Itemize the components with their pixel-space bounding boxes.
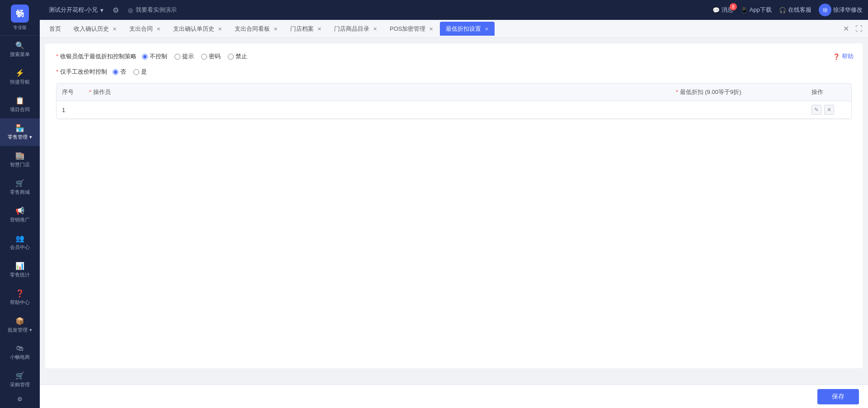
tab-close-8[interactable]: ✕ bbox=[485, 26, 489, 32]
sidebar-item-5[interactable]: 🛒 零售商城 bbox=[0, 174, 40, 201]
cell-operator bbox=[84, 101, 670, 118]
topbar-settings-button[interactable]: ⚙ bbox=[113, 6, 119, 14]
policy-forbid[interactable]: 禁止 bbox=[228, 52, 247, 61]
project-name: 测试分开花程-小兄 bbox=[49, 6, 98, 14]
demo-link[interactable]: ◎ 我要看实例演示 bbox=[128, 6, 177, 14]
policy-no-control-radio[interactable] bbox=[142, 54, 148, 60]
tab-label-1: 收入确认历史 bbox=[74, 25, 109, 33]
policy-remind-radio[interactable] bbox=[175, 54, 180, 60]
edit-row-button[interactable]: ✎ bbox=[811, 105, 821, 115]
cell-min-discount bbox=[670, 101, 806, 118]
sidebar-label-12: 采购管理 bbox=[10, 381, 30, 388]
project-selector[interactable]: 测试分开花程-小兄 ▾ bbox=[45, 4, 107, 16]
download-icon: 📱 bbox=[741, 7, 748, 14]
policy-radio-group: 不控制 提示 密码 禁止 bbox=[142, 52, 247, 61]
sidebar-logo: 畅 专业版 bbox=[0, 0, 40, 36]
sidebar-item-4[interactable]: 🏬 智慧门店 bbox=[0, 146, 40, 174]
policy-password[interactable]: 密码 bbox=[201, 52, 221, 61]
tab-8[interactable]: 最低折扣设置✕ bbox=[440, 22, 495, 36]
sidebar-label-11: 小畅电商 bbox=[10, 354, 30, 361]
manual-yes[interactable]: 是 bbox=[133, 68, 147, 76]
tab-7[interactable]: POS加密管理✕ bbox=[384, 22, 439, 36]
app-download-button[interactable]: 📱 App下载 bbox=[741, 6, 772, 14]
sidebar-item-12[interactable]: 🛒 采购管理 bbox=[0, 366, 40, 390]
user-name: 徐泽华修改 bbox=[833, 6, 863, 14]
sidebar-icon-5: 🛒 bbox=[15, 179, 24, 188]
sidebar-settings-button[interactable]: ⚙ bbox=[15, 390, 24, 408]
policy-no-control[interactable]: 不控制 bbox=[142, 52, 167, 61]
message-badge: 8 bbox=[730, 3, 737, 10]
sidebar-label-8: 零售统计 bbox=[10, 272, 30, 278]
demo-text: 我要看实例演示 bbox=[136, 6, 177, 14]
headset-icon: 🎧 bbox=[779, 7, 786, 14]
table-row: 1 ✎ ✕ bbox=[57, 101, 851, 119]
tabs-bar: 首页收入确认历史✕支出合同✕支出确认单历史✕支出合同看板✕门店档案✕门店商品目录… bbox=[40, 20, 868, 38]
sidebar-icon-6: 📢 bbox=[15, 206, 24, 215]
tab-close-6[interactable]: ✕ bbox=[373, 26, 377, 32]
sidebar-item-2[interactable]: 📋 项目合同 bbox=[0, 91, 40, 118]
sidebar-icon-9: ❓ bbox=[15, 289, 24, 298]
help-link[interactable]: ❓ 帮助 bbox=[833, 52, 854, 61]
sidebar-label-1: 快捷导航 bbox=[10, 79, 30, 85]
sidebar-label-10: 批发管理 ▾ bbox=[8, 327, 32, 333]
sidebar-item-7[interactable]: 👥 会员中心 bbox=[0, 229, 40, 256]
tab-4[interactable]: 支出合同看板✕ bbox=[229, 22, 283, 36]
sidebar-item-8[interactable]: 📊 零售统计 bbox=[0, 256, 40, 284]
manual-yes-radio[interactable] bbox=[133, 69, 139, 75]
sidebar-label-3: 零售管理 ▾ bbox=[8, 134, 32, 141]
tab-5[interactable]: 门店档案✕ bbox=[284, 22, 327, 36]
sidebar-label-7: 会员中心 bbox=[10, 244, 30, 251]
footer: 保存 bbox=[40, 385, 868, 408]
cell-seq: 1 bbox=[57, 101, 84, 118]
tab-close-7[interactable]: ✕ bbox=[429, 26, 433, 32]
tab-0[interactable]: 首页 bbox=[43, 22, 67, 36]
sidebar-item-10[interactable]: 📦 批发管理 ▾ bbox=[0, 311, 40, 339]
help-text: 帮助 bbox=[842, 52, 854, 61]
customer-service-button[interactable]: 🎧 在线客服 bbox=[779, 6, 811, 14]
tab-2[interactable]: 支出合同✕ bbox=[123, 22, 166, 36]
tab-6[interactable]: 门店商品目录✕ bbox=[328, 22, 383, 36]
message-button[interactable]: 💬 消息 8 bbox=[712, 6, 733, 14]
sidebar-item-9[interactable]: ❓ 帮助中心 bbox=[0, 284, 40, 311]
tab-close-5[interactable]: ✕ bbox=[317, 26, 321, 32]
tab-close-4[interactable]: ✕ bbox=[274, 26, 278, 32]
user-menu[interactable]: 徐 徐泽华修改 bbox=[819, 4, 863, 16]
tab-label-4: 支出合同看板 bbox=[235, 25, 270, 33]
avatar: 徐 bbox=[819, 4, 831, 16]
tab-close-2[interactable]: ✕ bbox=[156, 26, 160, 32]
sidebar-label-2: 项目合同 bbox=[10, 106, 30, 113]
col-min-discount: 最低折扣 (9.00等于9折) bbox=[670, 84, 806, 101]
tab-label-3: 支出确认单历史 bbox=[173, 25, 214, 33]
delete-row-button[interactable]: ✕ bbox=[824, 105, 834, 115]
policy-remind[interactable]: 提示 bbox=[175, 52, 194, 61]
tab-1[interactable]: 收入确认历史✕ bbox=[68, 22, 123, 36]
sidebar-item-3[interactable]: 🏪 零售管理 ▾ bbox=[0, 118, 40, 146]
tab-close-1[interactable]: ✕ bbox=[113, 26, 117, 32]
sidebar-item-0[interactable]: 🔍 搜索菜单 bbox=[0, 36, 40, 63]
demo-icon: ◎ bbox=[128, 7, 133, 14]
sidebar-label-0: 搜索菜单 bbox=[10, 51, 30, 58]
save-button[interactable]: 保存 bbox=[817, 389, 859, 404]
manual-no-radio[interactable] bbox=[113, 69, 118, 75]
row-actions: ✎ ✕ bbox=[811, 105, 834, 115]
sidebar-menu: 🔍 搜索菜单 ⚡ 快捷导航 📋 项目合同 🏪 零售管理 ▾ 🏬 智慧门店 🛒 零… bbox=[0, 36, 40, 390]
tab-3[interactable]: 支出确认单历史✕ bbox=[167, 22, 228, 36]
col-operator: 操作员 bbox=[84, 84, 670, 101]
tabs-right: ✕ ⛶ bbox=[841, 23, 864, 35]
sidebar-item-6[interactable]: 📢 营销推广 bbox=[0, 201, 40, 229]
policy-forbid-radio[interactable] bbox=[228, 54, 234, 60]
sidebar-item-11[interactable]: 🛍 小畅电商 bbox=[0, 339, 40, 366]
discount-table: 序号 操作员 最低折扣 (9.00等于9折) 操作 1 ✎ ✕ bbox=[56, 83, 852, 119]
manual-radio-group: 否 是 bbox=[113, 68, 147, 76]
policy-password-radio[interactable] bbox=[201, 54, 207, 60]
tab-close-3[interactable]: ✕ bbox=[218, 26, 222, 32]
topbar-right: 💬 消息 8 📱 App下载 🎧 在线客服 徐 徐泽华修改 bbox=[712, 4, 863, 16]
policy-remind-label: 提示 bbox=[182, 52, 194, 61]
manual-no[interactable]: 否 bbox=[113, 68, 126, 76]
maximize-button[interactable]: ⛶ bbox=[854, 23, 864, 35]
close-tab-button[interactable]: ✕ bbox=[841, 23, 851, 35]
sidebar-item-1[interactable]: ⚡ 快捷导航 bbox=[0, 63, 40, 91]
tab-label-2: 支出合同 bbox=[129, 25, 153, 33]
customer-service-label: 在线客服 bbox=[788, 6, 811, 14]
col-actions: 操作 bbox=[806, 84, 851, 101]
